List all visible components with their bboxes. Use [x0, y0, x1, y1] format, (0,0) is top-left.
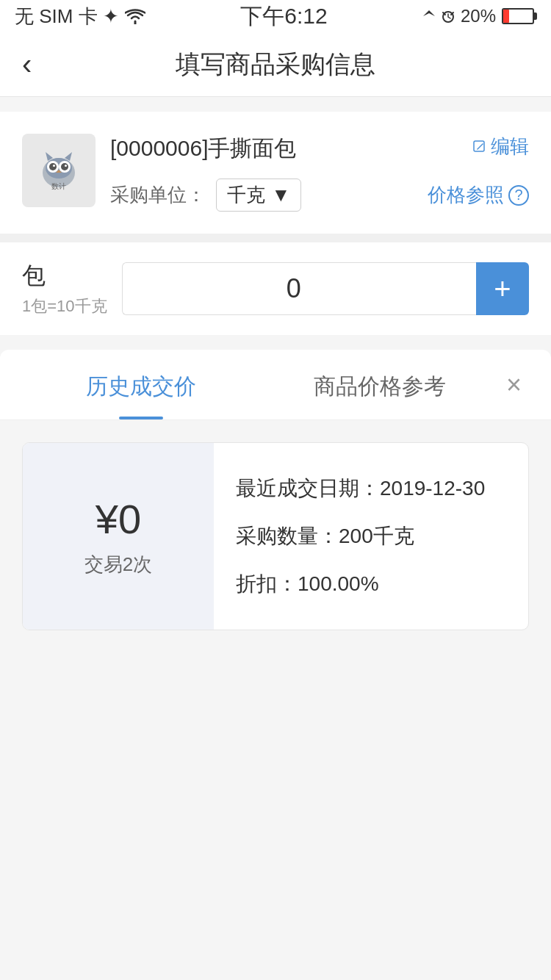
product-card: 数计 [0000006]手撕面包 编辑 采购单位： 千克 ▼ [0, 112, 551, 234]
product-thumbnail: 数计 [22, 134, 96, 207]
chevron-down-icon: ▼ [271, 184, 290, 206]
product-header: [0000006]手撕面包 编辑 [110, 134, 529, 164]
location-icon [422, 10, 436, 23]
tab-close-button[interactable]: × [499, 364, 529, 406]
tabs-header: 历史成交价 商品价格参考 × [0, 350, 551, 420]
help-icon: ? [508, 185, 529, 206]
recent-date-row: 最近成交日期：2019-12-30 [236, 472, 506, 505]
price-amount: ¥0 [96, 495, 141, 543]
price-card-right: 最近成交日期：2019-12-30 采购数量：200千克 折扣：100.00% [214, 443, 528, 630]
quantity-plus-button[interactable]: + [476, 262, 529, 315]
unit-label: 采购单位： [110, 184, 206, 206]
price-card-left: ¥0 交易2次 [23, 443, 214, 630]
status-left: 无 SIM 卡 ✦ [15, 4, 145, 29]
tab-content-history: ¥0 交易2次 最近成交日期：2019-12-30 采购数量：200千克 折扣：… [0, 420, 551, 652]
svg-rect-14 [474, 141, 484, 151]
quantity-row: 包 1包=10千克 + [0, 234, 551, 335]
quantity-unit-sub: 1包=10千克 [22, 295, 107, 317]
quantity-unit-info: 包 1包=10千克 [22, 260, 107, 317]
alarm-icon [442, 10, 455, 23]
svg-point-10 [53, 165, 55, 167]
tabs-section: 历史成交价 商品价格参考 × ¥0 交易2次 最近成交日期：2019-12-30… [0, 350, 551, 652]
price-ref-button[interactable]: 价格参照 ? [428, 182, 529, 208]
quantity-input[interactable] [122, 262, 476, 315]
status-right: 20% [422, 6, 536, 26]
svg-text:数计: 数计 [51, 182, 66, 190]
wifi-icon [125, 8, 145, 24]
svg-marker-0 [423, 10, 435, 16]
quantity-unit-main: 包 [22, 260, 107, 292]
svg-point-8 [49, 163, 57, 170]
nav-bar: ‹ 填写商品采购信息 [0, 32, 551, 97]
status-time: 下午6:12 [240, 1, 327, 32]
tab-price-reference[interactable]: 商品价格参考 [260, 350, 498, 419]
product-name: [0000006]手撕面包 [110, 134, 296, 164]
battery-icon [502, 8, 536, 24]
back-button[interactable]: ‹ [22, 48, 66, 81]
tab-history-price[interactable]: 历史成交价 [22, 350, 260, 419]
svg-point-9 [61, 163, 68, 170]
unit-dropdown[interactable]: 千克 ▼ [216, 179, 301, 212]
main-content-area [0, 652, 551, 980]
product-logo: 数计 [33, 145, 84, 196]
no-sim-text: 无 SIM 卡 ✦ [15, 4, 119, 29]
price-card: ¥0 交易2次 最近成交日期：2019-12-30 采购数量：200千克 折扣：… [22, 442, 529, 630]
discount-row: 折扣：100.00% [236, 568, 506, 601]
edit-button[interactable]: 编辑 [472, 134, 529, 159]
svg-point-11 [65, 165, 67, 167]
purchase-quantity-row: 采购数量：200千克 [236, 520, 506, 553]
product-info: [0000006]手撕面包 编辑 采购单位： 千克 ▼ 价格参照 ? [110, 134, 529, 212]
unit-label-group: 采购单位： 千克 ▼ [110, 179, 301, 212]
product-unit-row: 采购单位： 千克 ▼ 价格参照 ? [110, 179, 529, 212]
status-bar: 无 SIM 卡 ✦ 下午6:12 20% [0, 0, 551, 32]
page-title: 填写商品采购信息 [176, 48, 375, 82]
edit-icon [472, 139, 488, 155]
quantity-input-wrap: + [122, 262, 529, 315]
battery-percent: 20% [461, 6, 496, 26]
price-trades: 交易2次 [84, 552, 152, 577]
